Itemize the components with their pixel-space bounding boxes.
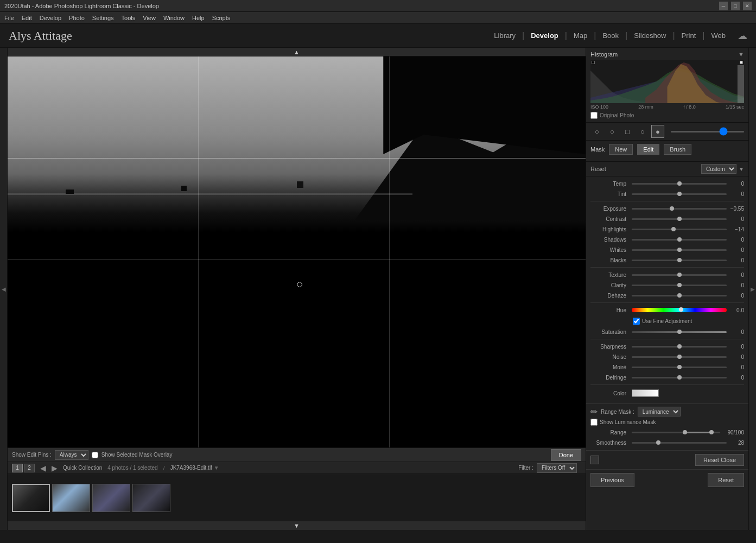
original-photo-checkbox[interactable] [590,112,598,119]
left-panel-toggle[interactable]: ◀ [0,48,8,530]
tool-size-slider[interactable] [671,131,744,132]
slider-highlights-track[interactable] [632,229,727,230]
slider-moire-track[interactable] [632,367,727,368]
slider-tint-track[interactable] [632,193,727,195]
custom-dropdown-icon[interactable]: ▼ [739,166,744,172]
smoothness-thumb[interactable] [656,440,660,445]
smoothness-track[interactable] [632,442,727,444]
mask-new-button[interactable]: New [609,144,633,155]
top-panel-toggle[interactable]: ▲ [8,48,586,56]
close-button[interactable]: ✕ [743,2,752,10]
mask-thumbnail[interactable] [590,456,599,464]
slider-texture-thumb[interactable] [677,273,682,277]
range-mask-select[interactable]: Luminance Color Depth [638,407,681,416]
tool-dot[interactable]: ● [651,125,664,138]
slider-texture-track[interactable] [632,274,727,276]
slider-whites-thumb[interactable] [677,248,682,252]
custom-select[interactable]: Custom [701,164,736,174]
highlight-clip-indicator[interactable] [740,61,743,64]
previous-button[interactable]: Previous [590,473,634,487]
menu-view[interactable]: View [143,15,156,21]
slider-noise-thumb[interactable] [677,355,682,359]
range-slider-left-thumb[interactable] [683,430,687,434]
tool-radial-2[interactable]: ○ [606,125,619,138]
range-slider-right-thumb[interactable] [709,430,714,434]
menu-settings[interactable]: Settings [92,15,114,21]
pencil-icon[interactable]: ✏ [590,407,598,417]
tool-radial-1[interactable]: ○ [590,125,603,138]
reset-close-button[interactable]: Reset Close [695,454,744,466]
nav-book[interactable]: Book [597,29,624,42]
menu-file[interactable]: File [4,15,14,21]
show-mask-checkbox[interactable] [92,452,98,458]
color-swatch[interactable] [632,389,659,397]
nav-library[interactable]: Library [488,29,521,42]
slider-highlights-thumb[interactable] [671,227,676,231]
nav-print[interactable]: Print [676,29,702,42]
slider-noise-track[interactable] [632,356,727,358]
nav-web[interactable]: Web [706,29,732,42]
slider-sharpness-thumb[interactable] [677,344,682,349]
slider-whites-track[interactable] [632,249,727,251]
cloud-icon[interactable]: ☁ [738,30,747,42]
slider-saturation-track[interactable] [632,331,727,333]
file-dropdown-icon[interactable]: ▼ [214,465,219,471]
tool-rect[interactable]: □ [621,125,634,138]
slider-tint-thumb[interactable] [677,192,682,196]
slider-contrast-track[interactable] [632,218,727,220]
slider-contrast-thumb[interactable] [677,217,682,221]
filmstrip-thumb-3[interactable] [92,484,130,512]
slider-clarity-thumb[interactable] [677,283,682,287]
menu-tools[interactable]: Tools [122,15,136,21]
menu-photo[interactable]: Photo [69,15,85,21]
slider-exposure-track[interactable] [632,208,727,210]
slider-dehaze-thumb[interactable] [677,293,682,298]
slider-sharpness-track[interactable] [632,346,727,348]
nav-slideshow[interactable]: Slideshow [628,29,671,42]
slider-hue-thumb[interactable] [679,307,683,312]
mask-edit-button[interactable]: Edit [637,144,659,155]
menu-help[interactable]: Help [192,15,205,21]
slider-saturation-thumb[interactable] [677,330,682,334]
slider-defringe-track[interactable] [632,377,727,378]
page-2-button[interactable]: 2 [24,464,35,472]
fine-adjustment-checkbox[interactable] [633,318,640,325]
window-controls[interactable]: ─ □ ✕ [719,2,752,10]
tool-circle[interactable]: ○ [636,125,649,138]
filmstrip-thumb-1[interactable] [12,484,50,512]
slider-shadows-track[interactable] [632,239,727,241]
shadow-clip-indicator[interactable] [592,61,595,64]
page-1-button[interactable]: 1 [12,464,23,472]
slider-clarity-track[interactable] [632,285,727,286]
filmstrip-thumb-2[interactable] [52,484,90,512]
reset-button[interactable]: Reset [708,473,744,487]
bottom-panel-toggle[interactable]: ▼ [8,521,586,530]
menu-edit[interactable]: Edit [22,15,32,21]
slider-blacks-track[interactable] [632,260,727,261]
slider-temp-track[interactable] [632,183,727,185]
show-luminance-checkbox[interactable] [590,419,598,426]
slider-hue-track[interactable] [632,308,727,312]
slider-moire-thumb[interactable] [677,365,682,369]
filmstrip-thumb-4[interactable] [132,484,170,512]
right-panel-toggle[interactable]: ▶ [748,48,756,530]
maximize-button[interactable]: □ [731,2,740,10]
mask-brush-button[interactable]: Brush [664,144,691,155]
slider-blacks-thumb[interactable] [677,258,682,262]
minimize-button[interactable]: ─ [719,2,728,10]
filter-select[interactable]: Filters Off [537,463,577,473]
menu-scripts[interactable]: Scripts [212,15,231,21]
menu-develop[interactable]: Develop [40,15,61,21]
menu-window[interactable]: Window [163,15,185,21]
done-button[interactable]: Done [551,449,581,461]
histogram-dropdown-icon[interactable]: ▼ [738,51,744,58]
nav-develop[interactable]: Develop [525,29,564,42]
slider-temp-thumb[interactable] [677,181,682,186]
range-slider-track[interactable] [632,432,720,433]
prev-arrow-icon[interactable]: ◀ [40,464,46,472]
edit-pins-select[interactable]: Always Auto Never [55,450,88,460]
nav-map[interactable]: Map [568,29,593,42]
slider-defringe-thumb[interactable] [677,375,682,380]
next-arrow-icon[interactable]: ▶ [52,464,58,472]
slider-dehaze-track[interactable] [632,295,727,296]
